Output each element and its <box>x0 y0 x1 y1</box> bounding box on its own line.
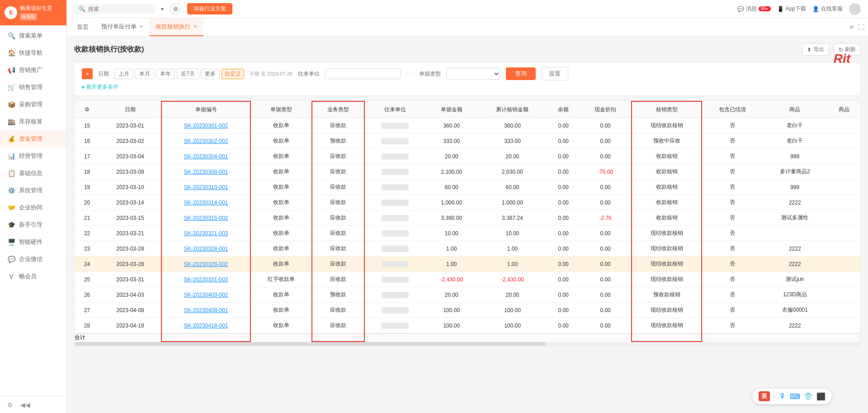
collapse-icon[interactable]: ◀◀ <box>20 401 30 408</box>
sidebar-item-purchase[interactable]: 📦采购管理 <box>0 96 66 113</box>
order-no-link[interactable]: SK-20230315-002 <box>184 215 228 221</box>
cell-goods2 <box>827 164 860 180</box>
order-no-link[interactable]: SK-20230328-002 <box>184 261 228 267</box>
marketing-icon: 📢 <box>7 66 15 74</box>
date-custom-btn[interactable]: 自定义 <box>222 69 244 79</box>
business-icon: 📊 <box>7 152 15 160</box>
col-date: 日期 <box>99 101 161 118</box>
cell-biz-type: 应收款 <box>312 226 364 241</box>
filter-area: » 日期 上月 本月 本年 近7天 更多 自定义 不限 至 2023-07-26… <box>74 62 861 96</box>
cell-no: 22 <box>75 226 99 241</box>
order-no-link[interactable]: SK-20230408-001 <box>184 307 228 313</box>
col-settings[interactable]: ⚙ <box>75 101 99 118</box>
ime-grid-icon[interactable]: ⬛ <box>816 392 826 401</box>
search-input[interactable] <box>88 6 142 12</box>
settings-icon[interactable]: ⚙ <box>7 401 13 408</box>
date-more-btn[interactable]: 更多 <box>201 69 220 79</box>
cell-order-no: SK-20230304-001 <box>161 149 251 164</box>
sidebar-item-finance[interactable]: 💰资金管理 <box>0 130 66 147</box>
app-download-item[interactable]: 📱 App下载 <box>777 5 806 13</box>
order-no-link[interactable]: SK-20230310-001 <box>184 184 228 190</box>
messages-item[interactable]: 💬 消息 99+ <box>737 5 771 13</box>
tab-home[interactable]: 首页 <box>71 18 95 36</box>
date-prev-month-btn[interactable]: 上月 <box>114 69 133 79</box>
sidebar-item-sales[interactable]: 🛒销售管理 <box>0 79 66 96</box>
tab-writeoff[interactable]: 收款核销执行 ✕ <box>149 18 203 36</box>
sidebar-item-member[interactable]: V畅会员 <box>0 268 66 285</box>
sidebar-item-label: 搜索菜单 <box>19 32 42 40</box>
date-filter-label: 日期 <box>98 70 109 78</box>
experience-button[interactable]: 体验行业方案 <box>187 3 232 14</box>
order-no-link[interactable]: SK-20230301-002 <box>184 123 228 129</box>
guide-icon: 🎓 <box>7 221 15 229</box>
sidebar-item-inventory[interactable]: 🏬库存核算 <box>0 113 66 130</box>
counterpart-input[interactable] <box>325 68 401 79</box>
date-cur-month-btn[interactable]: 本月 <box>135 69 154 79</box>
avatar[interactable] <box>849 3 861 15</box>
date-cur-year-btn[interactable]: 本年 <box>156 69 175 79</box>
tab-prepayment[interactable]: 预付单应付单 ✕ <box>95 18 149 36</box>
footer-col13 <box>827 333 860 342</box>
cell-cash-discount: 0.00 <box>580 149 632 164</box>
header-dropdown[interactable]: ▾ <box>161 6 164 12</box>
cell-writeoff-type: 现结收款核销 <box>632 303 702 318</box>
order-no-link[interactable]: SK-20230304-001 <box>184 153 228 160</box>
footer-col2 <box>161 333 251 342</box>
voucher-type-select[interactable] <box>446 68 500 80</box>
setting-button[interactable]: 设置 <box>541 67 568 81</box>
cell-goods1: 衣服00001 <box>763 303 828 318</box>
sidebar-item-basic[interactable]: 📋基础信息 <box>0 165 66 182</box>
sidebar-item-system[interactable]: ⚙️系统管理 <box>0 182 66 199</box>
sidebar-item-shortcut[interactable]: 🏠快捷导航 <box>0 44 66 62</box>
order-no-link[interactable]: SK-20230321-003 <box>184 230 228 237</box>
export-button[interactable]: ⬆ 导出 <box>802 43 829 56</box>
order-no-link[interactable]: SK-20230308-001 <box>184 169 228 175</box>
sidebar-item-label: 营销推广 <box>19 66 42 74</box>
order-no-link[interactable]: SK-20230403-002 <box>184 292 228 298</box>
col-writeoff-type: 核销类型 <box>632 101 702 118</box>
query-button[interactable]: 查询 <box>506 67 536 80</box>
cell-goods1: 测试多属性 <box>763 210 828 226</box>
header-search[interactable]: 🔍 <box>74 4 156 14</box>
table-row: 27 2023-04-08 SK-20230408-001 收款单 应收款 10… <box>75 303 860 318</box>
col-cash-discount: 现金折扣 <box>580 101 632 118</box>
header-right: 💬 消息 99+ 📱 App下载 👤 在线客服 <box>737 3 861 15</box>
cell-balance: 0.00 <box>547 256 580 272</box>
sidebar-item-marketing[interactable]: 📢营销推广 <box>0 62 66 79</box>
col-included: 包含已结清 <box>702 101 762 118</box>
order-no-link[interactable]: SK-20230328-001 <box>184 246 228 252</box>
maximize-tab-btn[interactable]: ⛶ <box>858 24 864 31</box>
tab-close-writeoff[interactable]: ✕ <box>193 24 197 29</box>
order-no-link[interactable]: SK-20230302-002 <box>184 138 228 144</box>
sidebar-item-search[interactable]: 🔍搜索菜单 <box>0 27 66 44</box>
expand-more-btn[interactable]: ▾ 展开更多条件 <box>82 83 853 91</box>
table-scroll[interactable]: ⚙ 日期 单据编号 单据类型 业务类型 往来单位 单据金额 累计核销金额 余额 … <box>75 101 860 346</box>
ime-brand[interactable]: 英 <box>759 391 770 401</box>
order-no-link[interactable]: SK-20230418-001 <box>184 323 228 329</box>
order-no-link[interactable]: SK-20230331-002 <box>184 276 228 283</box>
cell-balance: 0.00 <box>547 149 580 164</box>
close-tab-btn[interactable]: ✕ <box>849 24 854 31</box>
date-range-display: 不限 至 2023-07-26 <box>250 71 292 77</box>
tab-close-prepayment[interactable]: ✕ <box>139 24 143 29</box>
sidebar-item-enterprise[interactable]: 🤝企业协同 <box>0 199 66 216</box>
ime-shirt-icon[interactable]: 👕 <box>804 392 813 401</box>
sidebar-item-wechat[interactable]: 💬企业微信 <box>0 251 66 268</box>
cell-balance: 0.00 <box>547 318 580 334</box>
sidebar-item-business[interactable]: 📊经营管理 <box>0 147 66 165</box>
cell-cum-writeoff: 360.00 <box>478 118 547 133</box>
online-service-item[interactable]: 👤 在线客服 <box>812 5 843 13</box>
date-filter-buttons: 上月 本月 本年 近7天 更多 自定义 <box>114 69 244 79</box>
date-7days-btn[interactable]: 近7天 <box>177 69 199 79</box>
cell-writeoff-type: 收款核销 <box>632 164 702 180</box>
sidebar-item-hardware[interactable]: 🖥️智能硬件 <box>0 233 66 251</box>
ime-mic-icon[interactable]: 🎙 <box>779 392 786 400</box>
cell-amount: -2,430.00 <box>425 272 478 287</box>
filter-expand-button[interactable]: » <box>82 68 93 79</box>
gear-button[interactable]: ⚙ <box>169 3 182 15</box>
corner-text: Rit <box>834 52 850 66</box>
order-no-link[interactable]: SK-20230314-001 <box>184 199 228 206</box>
sidebar-item-guide[interactable]: 🎓新手引导 <box>0 216 66 233</box>
ime-keyboard-icon[interactable]: ⌨ <box>790 392 800 401</box>
sidebar-item-label: 库存核算 <box>19 118 42 126</box>
